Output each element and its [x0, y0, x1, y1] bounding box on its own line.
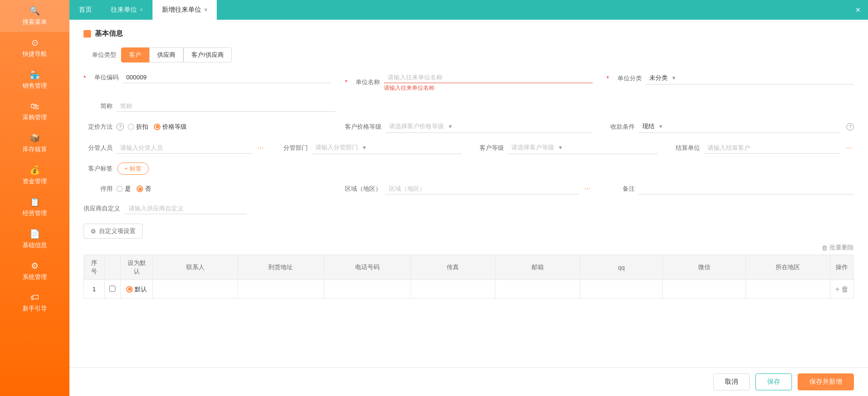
- input-supplier-custom[interactable]: [125, 203, 247, 214]
- cell-phone[interactable]: [324, 280, 411, 299]
- required-cat: *: [607, 75, 609, 82]
- custom-settings-button[interactable]: ⚙ 自定义项设置: [84, 224, 143, 239]
- save-button[interactable]: 保存: [755, 373, 792, 390]
- input-region[interactable]: [751, 284, 825, 295]
- tab-bar: 首页 往来单位 × 新增往来单位 × ×: [69, 0, 868, 20]
- cell-qq[interactable]: [580, 280, 663, 299]
- cell-address[interactable]: [237, 280, 324, 299]
- select-unit-category[interactable]: 未分类 ▼: [646, 72, 854, 85]
- col-address: 到货地址: [237, 255, 324, 280]
- section-icon: [84, 30, 91, 38]
- home-icon: ⊙: [31, 38, 38, 48]
- input-remarks[interactable]: [639, 183, 854, 194]
- input-wechat[interactable]: [668, 284, 741, 295]
- select-payment-terms[interactable]: 现结 ▼: [639, 120, 840, 133]
- input-area[interactable]: [385, 183, 579, 194]
- unit-type-both[interactable]: 客户/供应商: [183, 47, 232, 62]
- window-close-button[interactable]: ×: [848, 0, 868, 20]
- label-unit-category: 单位分类: [614, 74, 642, 83]
- radio-default[interactable]: 默认: [125, 285, 148, 294]
- help-pricing[interactable]: ?: [116, 123, 124, 131]
- cell-checkbox[interactable]: [105, 280, 121, 299]
- sidebar-item-sales[interactable]: 🏪 销售管理: [0, 64, 69, 96]
- unit-type-label: 单位类型: [84, 51, 116, 59]
- tab-close-new-partner[interactable]: ×: [204, 7, 207, 13]
- input-short-name[interactable]: [116, 101, 335, 112]
- row-checkbox[interactable]: [109, 286, 115, 292]
- sidebar-label-search: 搜索菜单: [23, 18, 47, 26]
- tab-home[interactable]: 首页: [69, 0, 101, 20]
- input-phone[interactable]: [329, 284, 405, 295]
- input-unit-code[interactable]: [122, 72, 331, 83]
- sidebar-label-purchase: 采购管理: [23, 113, 47, 122]
- error-unit-name: 请输入往来单位名称: [384, 84, 592, 92]
- radio-circle-default: [126, 286, 133, 293]
- input-qq[interactable]: [585, 284, 658, 295]
- input-contact[interactable]: [158, 284, 232, 295]
- sidebar-item-purchase[interactable]: 🛍 采购管理: [0, 96, 69, 127]
- cell-default: 默认: [121, 280, 153, 299]
- radio-circle-no: [137, 186, 143, 192]
- select-customer-price-level[interactable]: 请选择客户价格等级 ▼: [385, 120, 592, 133]
- del-row-button[interactable]: 🗑: [841, 285, 849, 294]
- contacts-table: 序号 设为默认 联系人 到货地址 电话号码 传真 邮箱 qq 微信 所在地区 操…: [84, 255, 854, 299]
- unit-type-customer[interactable]: 客户: [121, 47, 149, 62]
- sidebar-label-sales: 销售管理: [23, 82, 47, 90]
- cell-fax[interactable]: [411, 280, 495, 299]
- table-actions-bar: 🗑 批量删除: [84, 243, 854, 252]
- sidebar: 🔍 搜索菜单 ⊙ 快捷导航 🏪 销售管理 🛍 采购管理 📦 库存核算 💰 资金管…: [0, 0, 69, 396]
- sidebar-item-system[interactable]: ⚙ 系统管理: [0, 255, 69, 287]
- input-settlement-unit[interactable]: [704, 142, 840, 154]
- pricing-radio-group: 折扣 价格等级: [128, 123, 187, 131]
- input-email[interactable]: [500, 284, 575, 295]
- radio-price-level[interactable]: 价格等级: [154, 123, 187, 131]
- batch-delete-button[interactable]: 🗑 批量删除: [822, 243, 854, 252]
- tab-close-partners[interactable]: ×: [140, 7, 143, 13]
- sidebar-item-operations[interactable]: 📋 经营管理: [0, 191, 69, 223]
- cell-email[interactable]: [495, 280, 580, 299]
- cancel-button[interactable]: 取消: [713, 373, 750, 390]
- sidebar-item-search[interactable]: 🔍 搜索菜单: [0, 0, 69, 32]
- add-row-button[interactable]: +: [835, 285, 839, 294]
- label-customer-tag: 客户标签: [84, 164, 113, 173]
- sidebar-item-guide[interactable]: 🏷 新手引导: [0, 287, 69, 318]
- input-address[interactable]: [243, 284, 319, 295]
- select-department[interactable]: 请输入分管部门 ▼: [312, 141, 462, 154]
- finance-icon: 💰: [30, 165, 40, 175]
- input-fax[interactable]: [416, 284, 490, 295]
- sidebar-item-finance[interactable]: 💰 资金管理: [0, 159, 69, 191]
- col-index: 序号: [84, 255, 105, 280]
- tab-partners[interactable]: 往来单位 ×: [101, 0, 152, 20]
- tab-new-partner[interactable]: 新增往来单位 ×: [152, 0, 217, 20]
- sidebar-item-inventory[interactable]: 📦 库存核算: [0, 127, 69, 159]
- label-customer-price-level: 客户价格等级: [345, 123, 381, 131]
- input-supervisor[interactable]: [116, 142, 252, 154]
- cell-contact[interactable]: [153, 280, 237, 299]
- required-code: *: [84, 74, 86, 81]
- radio-disabled-yes[interactable]: 是: [116, 185, 131, 193]
- add-tag-button[interactable]: + 标签: [117, 163, 149, 175]
- sidebar-item-quick-nav[interactable]: ⊙ 快捷导航: [0, 32, 69, 64]
- more-supervisor[interactable]: ···: [256, 144, 266, 152]
- label-unit-name: 单位名称: [352, 78, 380, 86]
- chevron-department: ▼: [362, 145, 367, 150]
- radio-discount[interactable]: 折扣: [128, 123, 148, 131]
- more-area[interactable]: ···: [582, 185, 592, 193]
- sidebar-label-system: 系统管理: [23, 273, 47, 281]
- save-new-button[interactable]: 保存并新增: [798, 373, 854, 390]
- more-settlement[interactable]: ···: [844, 144, 854, 152]
- radio-disabled-no[interactable]: 否: [137, 185, 151, 193]
- col-qq: qq: [580, 255, 663, 280]
- inventory-icon: 📦: [30, 133, 40, 143]
- cell-region[interactable]: [746, 280, 830, 299]
- cell-wechat[interactable]: [663, 280, 746, 299]
- sales-icon: 🏪: [30, 70, 40, 80]
- unit-type-supplier[interactable]: 供应商: [149, 47, 183, 62]
- sidebar-item-basic[interactable]: 📄 基础信息: [0, 223, 69, 255]
- select-customer-level[interactable]: 请选择客户等级 ▼: [508, 141, 658, 154]
- chevron-payment-terms: ▼: [658, 124, 663, 129]
- help-payment[interactable]: ?: [846, 123, 854, 131]
- field-payment-terms: 收款条件 现结 ▼ ?: [607, 120, 854, 133]
- input-unit-name[interactable]: [384, 72, 592, 83]
- field-supervisor: 分管人员 ···: [84, 142, 266, 154]
